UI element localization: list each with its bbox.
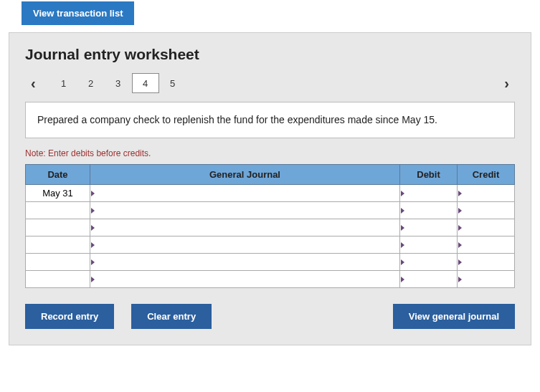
dropdown-triangle-icon — [401, 191, 404, 196]
cell-date[interactable] — [26, 236, 90, 254]
col-header-debit: Debit — [400, 165, 458, 185]
cell-debit[interactable] — [400, 236, 458, 254]
table-row — [26, 219, 515, 236]
cell-credit[interactable] — [458, 185, 515, 202]
view-general-journal-button[interactable]: View general journal — [393, 304, 515, 329]
cell-debit[interactable] — [400, 219, 458, 236]
pager-item-5[interactable]: 5 — [159, 73, 186, 93]
table-row — [26, 254, 515, 271]
note-text: Note: Enter debits before credits. — [25, 148, 515, 158]
journal-table: Date General Journal Debit Credit May 31 — [25, 164, 515, 288]
worksheet-panel: Journal entry worksheet ‹ 12345 › Prepar… — [9, 32, 531, 345]
view-transaction-list-button[interactable]: View transaction list — [22, 1, 134, 25]
cell-general-journal[interactable] — [90, 271, 400, 288]
dropdown-triangle-icon — [401, 259, 404, 265]
transaction-description: Prepared a company check to replenish th… — [25, 102, 515, 138]
dropdown-triangle-icon — [91, 277, 95, 282]
dropdown-triangle-icon — [91, 242, 95, 248]
cell-debit[interactable] — [400, 202, 458, 219]
record-entry-button[interactable]: Record entry — [25, 304, 114, 329]
pager-numbers: 12345 — [50, 73, 186, 93]
table-row — [26, 271, 515, 288]
dropdown-triangle-icon — [401, 208, 404, 214]
clear-entry-button[interactable]: Clear entry — [131, 304, 212, 329]
dropdown-triangle-icon — [401, 277, 404, 282]
cell-date[interactable] — [26, 254, 90, 271]
page-title: Journal entry worksheet — [25, 46, 515, 63]
table-row — [26, 202, 515, 219]
cell-date[interactable]: May 31 — [26, 185, 90, 202]
col-header-date: Date — [26, 165, 90, 185]
cell-credit[interactable] — [458, 271, 515, 288]
cell-credit[interactable] — [458, 219, 515, 236]
cell-general-journal[interactable] — [90, 254, 400, 271]
cell-general-journal[interactable] — [90, 202, 400, 219]
table-row — [26, 236, 515, 254]
cell-date[interactable] — [26, 202, 90, 219]
dropdown-triangle-icon — [458, 191, 462, 196]
cell-general-journal[interactable] — [90, 219, 400, 236]
cell-date[interactable] — [26, 271, 90, 288]
dropdown-triangle-icon — [91, 191, 95, 196]
cell-debit[interactable] — [400, 185, 458, 202]
pager-item-4[interactable]: 4 — [132, 73, 159, 93]
dropdown-triangle-icon — [458, 277, 462, 282]
col-header-journal: General Journal — [90, 165, 400, 185]
pager-item-2[interactable]: 2 — [77, 73, 105, 93]
dropdown-triangle-icon — [458, 242, 462, 248]
dropdown-triangle-icon — [91, 208, 95, 214]
dropdown-triangle-icon — [91, 225, 95, 231]
dropdown-triangle-icon — [401, 225, 404, 231]
chevron-left-icon[interactable]: ‹ — [25, 75, 42, 92]
chevron-right-icon[interactable]: › — [498, 75, 515, 92]
dropdown-triangle-icon — [458, 208, 462, 214]
col-header-credit: Credit — [458, 165, 515, 185]
dropdown-triangle-icon — [91, 259, 95, 265]
cell-credit[interactable] — [458, 236, 515, 254]
dropdown-triangle-icon — [458, 259, 462, 265]
cell-date[interactable] — [26, 219, 90, 236]
pager-item-1[interactable]: 1 — [50, 73, 77, 93]
cell-credit[interactable] — [458, 254, 515, 271]
dropdown-triangle-icon — [458, 225, 462, 231]
pager-item-3[interactable]: 3 — [105, 73, 132, 93]
pager: ‹ 12345 › — [25, 73, 515, 93]
cell-debit[interactable] — [400, 271, 458, 288]
cell-general-journal[interactable] — [90, 236, 400, 254]
cell-debit[interactable] — [400, 254, 458, 271]
cell-general-journal[interactable] — [90, 185, 400, 202]
cell-credit[interactable] — [458, 202, 515, 219]
dropdown-triangle-icon — [401, 242, 404, 248]
action-bar: Record entry Clear entry View general jo… — [25, 304, 515, 329]
table-row: May 31 — [26, 185, 515, 202]
